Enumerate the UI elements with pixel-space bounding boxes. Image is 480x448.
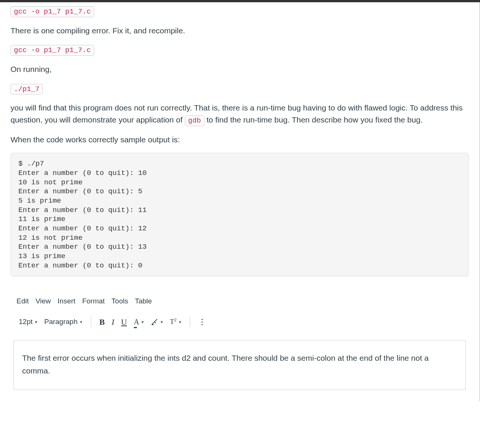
toolbar-divider [91, 317, 91, 327]
underline-button[interactable]: U [119, 314, 129, 330]
chevron-down-icon: ▾ [35, 318, 38, 326]
editor-menubar: Edit View Insert Format Tools Table [14, 291, 466, 311]
instruction-runtime-bug: you will find that this program does not… [10, 102, 469, 126]
instruction-runtime-bug-b: to find the run-time bug. Then describe … [204, 115, 423, 124]
chevron-down-icon: ▾ [179, 318, 182, 326]
block-format-label: Paragraph [44, 317, 78, 327]
rich-text-editor: Edit View Insert Format Tools Table 12pt… [10, 291, 469, 390]
menu-edit[interactable]: Edit [16, 296, 29, 307]
question-content: gcc -o p1_7 p1_7.c There is one compilin… [0, 2, 480, 401]
chevron-down-icon: ▾ [141, 318, 144, 326]
chevron-down-icon: ▾ [160, 318, 163, 326]
text-color-dropdown[interactable]: A ▾ [132, 315, 146, 329]
code-gdb: gdb [185, 115, 204, 126]
highlight-icon [151, 318, 158, 326]
instruction-fix-error: There is one compiling error. Fix it, an… [10, 25, 469, 37]
highlight-color-dropdown[interactable]: ▾ [148, 317, 165, 327]
superscript-icon: T2 [170, 317, 177, 327]
code-compile-2: gcc -o p1_7 p1_7.c [10, 45, 94, 56]
instruction-on-running: On running, [10, 63, 469, 75]
answer-text: The first error occurs when initializing… [22, 354, 429, 375]
italic-button[interactable]: I [109, 314, 116, 330]
menu-table[interactable]: Table [135, 296, 152, 307]
toolbar-divider [190, 317, 190, 327]
superscript-dropdown[interactable]: T2 ▾ [168, 315, 184, 329]
chevron-down-icon: ▾ [80, 318, 82, 326]
font-size-dropdown[interactable]: 12pt ▾ [16, 315, 40, 329]
menu-tools[interactable]: Tools [111, 296, 128, 307]
menu-insert[interactable]: Insert [58, 296, 76, 307]
sample-output-block: $ ./p7 Enter a number (0 to quit): 10 10… [10, 153, 469, 276]
instruction-sample-output-heading: When the code works correctly sample out… [10, 134, 469, 146]
code-run: ./p1_7 [10, 84, 43, 95]
menu-view[interactable]: View [36, 296, 51, 307]
answer-text-area[interactable]: The first error occurs when initializing… [14, 340, 466, 390]
text-color-icon: A [134, 316, 139, 327]
font-size-label: 12pt [19, 317, 33, 327]
bold-button[interactable]: B [97, 314, 107, 330]
block-format-dropdown[interactable]: Paragraph ▾ [42, 315, 85, 329]
more-options-button[interactable]: ⋮ [196, 315, 208, 329]
code-compile-1: gcc -o p1_7 p1_7.c [10, 6, 94, 17]
editor-toolbar: 12pt ▾ Paragraph ▾ B I U A ▾ [14, 311, 466, 336]
menu-format[interactable]: Format [82, 296, 105, 307]
